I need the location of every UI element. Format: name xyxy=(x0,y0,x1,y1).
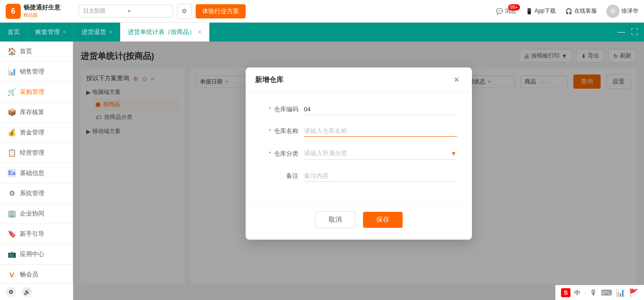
tab-account-close-icon[interactable]: × xyxy=(63,29,66,35)
sidebar-label-inventory: 库存核算 xyxy=(20,108,44,117)
guide-icon: 🔖 xyxy=(8,230,16,238)
warehouse-remark-input[interactable] xyxy=(304,170,457,182)
finance-icon: 💰 xyxy=(8,128,16,137)
sidebar-item-vip[interactable]: V 畅会员 xyxy=(0,265,73,285)
purchase-icon: 🛒 xyxy=(8,88,16,96)
warehouse-category-row: * 仓库分类 请输入所属分类 ▼ xyxy=(261,147,457,160)
content-area: 进货单统计(按商品) 🖨 按模板打印 ▼ ⬇ 导出 ↻ 刷新 xyxy=(73,42,644,300)
warehouse-code-label: * 仓库编码 xyxy=(261,105,298,114)
required-mark: * xyxy=(269,106,271,113)
cancel-button[interactable]: 取消 xyxy=(315,211,355,228)
warehouse-code-input[interactable] xyxy=(304,104,457,115)
user-avatar-item[interactable]: 徐 徐泽华 xyxy=(606,5,638,18)
sales-icon: 📊 xyxy=(8,67,16,76)
top-header: 6 畅捷通好生意 精品版 日太阳膜 ▼ ⚙ 体验行业方案 💬 消息 99+ 📱 … xyxy=(0,0,644,23)
tab-purchase-return-label: 进货退货 xyxy=(82,28,106,36)
sidebar-item-operations[interactable]: 📋 经营管理 xyxy=(0,143,73,163)
warehouse-name-input[interactable] xyxy=(304,125,457,137)
chinese-btn-1[interactable]: 中 xyxy=(574,289,580,297)
app-center-icon: 📺 xyxy=(8,250,16,258)
tab-account-label: 账套管理 xyxy=(35,28,60,36)
sidebar-item-finance[interactable]: 💰 资金管理 xyxy=(0,123,73,143)
vip-icon: V xyxy=(8,270,16,279)
sidebar-label-vip: 畅会员 xyxy=(20,270,38,279)
phone-icon: 📱 xyxy=(526,8,533,15)
tab-purchase-return[interactable]: 进货退货 × xyxy=(74,23,120,42)
warehouse-code-row: * 仓库编码 xyxy=(261,104,457,115)
tab-purchase-stats[interactable]: 进货单统计表（按商品） × xyxy=(120,23,209,42)
settings-gear-button[interactable]: ⚙ xyxy=(177,4,192,19)
sidebar-item-system[interactable]: ⚙ 系统管理 xyxy=(0,183,73,204)
sidebar-item-sales[interactable]: 📊 销售管理 xyxy=(0,62,73,82)
keyboard-icon[interactable]: ⌨ xyxy=(601,288,612,297)
sidebar-label-guide: 新手引导 xyxy=(20,230,44,238)
sidebar-settings-icon[interactable]: ⚙ xyxy=(6,287,16,297)
avatar: 徐 xyxy=(606,5,619,18)
modal-title: 新增仓库 xyxy=(255,75,283,84)
sidebar-item-home[interactable]: 🏠 首页 xyxy=(0,42,73,62)
enterprise-icon: 🏢 xyxy=(8,209,16,218)
sidebar-label-system: 系统管理 xyxy=(20,189,44,198)
mic-icon[interactable]: 🎙 xyxy=(590,289,597,297)
sidebar-item-purchase[interactable]: 🛒 采购管理 xyxy=(0,82,73,102)
warehouse-category-select[interactable]: 请输入所属分类 ▼ xyxy=(304,147,457,160)
operations-icon: 📋 xyxy=(8,149,16,157)
sidebar-label-finance: 资金管理 xyxy=(20,128,44,137)
tab-purchase-return-close-icon[interactable]: × xyxy=(109,29,112,35)
header-right-area: 💬 消息 99+ 📱 App下载 🎧 在线客服 徐 徐泽华 xyxy=(496,5,638,18)
notification-item[interactable]: 💬 消息 99+ xyxy=(496,7,516,15)
category-placeholder: 请输入所属分类 xyxy=(304,149,347,158)
sidebar-bottom-bar: ⚙ 🔊 xyxy=(0,283,73,300)
sidebar-label-operations: 经营管理 xyxy=(20,149,44,157)
app-edition: 精品版 xyxy=(24,12,60,18)
notification-badge: 99+ xyxy=(508,4,520,10)
headset-icon: 🎧 xyxy=(565,8,572,15)
sidebar-sound-icon[interactable]: 🔊 xyxy=(22,287,32,297)
warehouse-category-label: * 仓库分类 xyxy=(261,150,298,158)
sidebar-item-guide[interactable]: 🔖 新手引导 xyxy=(0,224,73,244)
dot-sep: · xyxy=(584,289,586,296)
sidebar-item-basic-info[interactable]: Ea 基础信息 xyxy=(0,163,73,183)
modal-close-button[interactable]: × xyxy=(451,74,462,85)
save-button[interactable]: 保存 xyxy=(363,212,403,228)
store-name: 日太阳膜 xyxy=(83,7,125,15)
add-warehouse-modal: 新增仓库 × * 仓库编码 * 仓库名称 xyxy=(246,67,472,240)
inventory-icon: 📦 xyxy=(8,108,16,117)
basic-info-icon: Ea xyxy=(8,169,16,177)
main-layout: 🏠 首页 📊 销售管理 🛒 采购管理 📦 库存核算 💰 资金管理 📋 经营管理 … xyxy=(0,42,644,300)
warehouse-name-label: * 仓库名称 xyxy=(261,127,298,135)
tab-purchase-stats-label: 进货单统计表（按商品） xyxy=(128,28,195,36)
flag-icon[interactable]: 🚩 xyxy=(629,288,638,297)
home-icon: 🏠 xyxy=(8,47,16,56)
modal-body: * 仓库编码 * 仓库名称 * 仓库 xyxy=(246,92,472,203)
sidebar-label-purchase: 采购管理 xyxy=(20,88,44,96)
modal-header: 新增仓库 × xyxy=(246,67,472,92)
tab-maximize-icon[interactable]: ⛶ xyxy=(629,26,640,38)
trial-industry-button[interactable]: 体验行业方案 xyxy=(196,4,246,18)
tab-home-label: 首页 xyxy=(8,28,20,36)
sidebar-item-inventory[interactable]: 📦 库存核算 xyxy=(0,102,73,123)
sidebar-item-app-center[interactable]: 📺 应用中心 xyxy=(0,244,73,265)
logo-text-block: 畅捷通好生意 精品版 xyxy=(24,4,60,18)
warehouse-remark-row: 备注 xyxy=(261,170,457,182)
s-logo: S xyxy=(561,288,571,297)
logo-area: 6 畅捷通好生意 精品版 xyxy=(6,4,79,19)
sidebar-item-enterprise[interactable]: 🏢 企业协同 xyxy=(0,204,73,224)
customer-service-item[interactable]: 🎧 在线客服 xyxy=(565,7,597,15)
avatar-initials: 徐 xyxy=(610,7,616,15)
warehouse-remark-label: 备注 xyxy=(261,172,298,180)
sidebar: 🏠 首页 📊 销售管理 🛒 采购管理 📦 库存核算 💰 资金管理 📋 经营管理 … xyxy=(0,42,73,300)
app-download-label: App下载 xyxy=(535,7,556,15)
sidebar-label-app-center: 应用中心 xyxy=(20,250,44,258)
tab-account[interactable]: 账套管理 × xyxy=(28,23,74,42)
app-download-item[interactable]: 📱 App下载 xyxy=(526,7,556,15)
tab-minimize-icon[interactable]: — xyxy=(616,26,627,38)
warehouse-name-row: * 仓库名称 xyxy=(261,125,457,137)
category-dropdown-icon: ▼ xyxy=(451,150,457,157)
dropdown-arrow-icon: ▼ xyxy=(127,8,169,14)
tab-purchase-stats-close-icon[interactable]: × xyxy=(198,29,201,35)
store-search-bar[interactable]: 日太阳膜 ▼ xyxy=(79,5,173,17)
tab-home[interactable]: 首页 xyxy=(0,23,28,42)
required-mark-2: * xyxy=(269,127,271,134)
chart-icon[interactable]: 📊 xyxy=(616,288,625,297)
